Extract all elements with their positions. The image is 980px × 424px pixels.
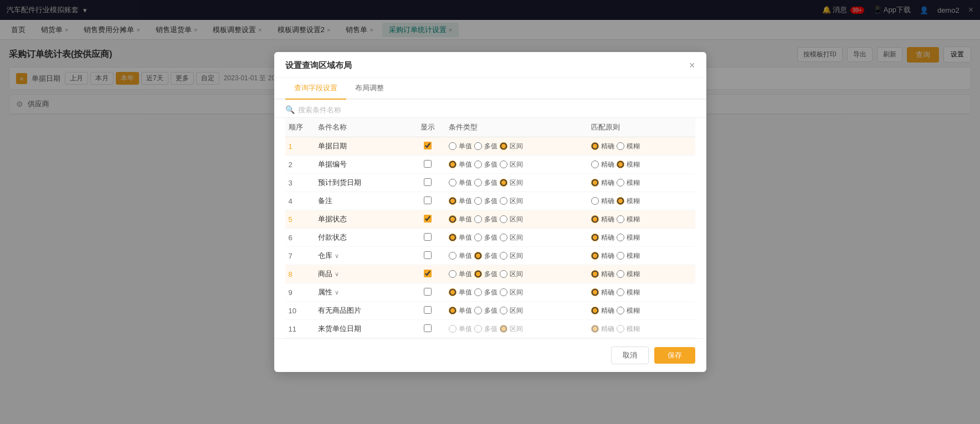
table-row: 2单据编号 单值 多值 区间 精确 模糊 xyxy=(285,156,695,174)
match-exact-radio[interactable] xyxy=(591,215,599,223)
type-range-radio[interactable] xyxy=(500,270,507,278)
match-fuzzy-radio[interactable] xyxy=(617,197,624,205)
order-number: 5 xyxy=(289,215,293,224)
type-range-radio[interactable] xyxy=(500,142,507,150)
show-checkbox[interactable] xyxy=(424,215,432,223)
type-multi-radio[interactable] xyxy=(474,234,482,241)
show-checkbox[interactable] xyxy=(424,288,432,296)
table-row: 8商品 ∨ 单值 多值 区间 精确 模糊 xyxy=(285,265,695,283)
type-range-label: 区间 xyxy=(510,215,523,224)
match-fuzzy-radio[interactable] xyxy=(617,307,624,314)
cell-show[interactable] xyxy=(410,156,445,174)
dialog-tab-field-settings[interactable]: 查询字段设置 xyxy=(285,77,346,100)
match-exact-radio[interactable] xyxy=(591,270,599,278)
save-btn[interactable]: 保存 xyxy=(654,347,695,364)
type-multi-radio[interactable] xyxy=(474,325,482,333)
type-range-radio[interactable] xyxy=(500,325,507,333)
dialog-body: 顺序 条件名称 显示 条件类型 匹配原则 1单据日期 单值 多值 xyxy=(274,118,706,338)
show-checkbox[interactable] xyxy=(424,270,432,277)
type-single-label: 单值 xyxy=(459,233,472,242)
cell-name: 单据编号 xyxy=(315,156,410,174)
match-exact-radio[interactable] xyxy=(591,179,599,187)
type-single-radio[interactable] xyxy=(449,234,456,241)
match-fuzzy-radio[interactable] xyxy=(617,179,624,187)
show-checkbox[interactable] xyxy=(424,251,432,259)
type-multi-radio[interactable] xyxy=(474,142,482,150)
match-fuzzy-radio[interactable] xyxy=(617,215,624,223)
type-range-label: 区间 xyxy=(510,233,523,242)
dialog-close-btn[interactable]: × xyxy=(689,60,695,71)
cell-name: 商品 ∨ xyxy=(315,265,410,283)
search-input[interactable] xyxy=(298,106,409,114)
match-exact-radio[interactable] xyxy=(591,325,599,333)
match-fuzzy-radio[interactable] xyxy=(617,142,624,150)
cell-show[interactable] xyxy=(410,283,445,302)
type-multi-radio[interactable] xyxy=(474,307,482,314)
type-range-radio[interactable] xyxy=(500,307,507,314)
type-radio-group: 单值 多值 区间 xyxy=(449,324,584,334)
cancel-btn[interactable]: 取消 xyxy=(611,347,649,364)
type-range-radio[interactable] xyxy=(500,197,507,205)
cell-show[interactable] xyxy=(410,265,445,283)
match-exact-radio[interactable] xyxy=(591,161,599,168)
match-fuzzy-label: 模糊 xyxy=(627,215,640,224)
type-range-radio[interactable] xyxy=(500,161,507,168)
type-single-radio[interactable] xyxy=(449,142,456,150)
match-fuzzy-radio[interactable] xyxy=(617,252,624,260)
match-fuzzy-radio[interactable] xyxy=(617,288,624,296)
type-single-radio[interactable] xyxy=(449,288,456,296)
match-fuzzy-radio[interactable] xyxy=(617,161,624,168)
type-range-radio[interactable] xyxy=(500,179,507,187)
match-exact-radio[interactable] xyxy=(591,252,599,260)
show-checkbox[interactable] xyxy=(424,233,432,241)
type-single-radio[interactable] xyxy=(449,197,456,205)
order-number: 9 xyxy=(289,288,293,297)
table-row: 10有无商品图片 单值 多值 区间 精确 模糊 xyxy=(285,302,695,320)
cell-show[interactable] xyxy=(410,247,445,265)
cell-match: 精确 模糊 xyxy=(588,302,695,320)
type-single-radio[interactable] xyxy=(449,307,456,314)
type-range-radio[interactable] xyxy=(500,234,507,241)
match-exact-radio[interactable] xyxy=(591,288,599,296)
type-multi-radio[interactable] xyxy=(474,252,482,260)
cell-show[interactable] xyxy=(410,192,445,210)
type-multi-radio[interactable] xyxy=(474,215,482,223)
type-multi-radio[interactable] xyxy=(474,161,482,168)
match-exact-radio[interactable] xyxy=(591,234,599,241)
match-exact-radio[interactable] xyxy=(591,307,599,314)
type-single-radio[interactable] xyxy=(449,270,456,278)
cell-show[interactable] xyxy=(410,320,445,338)
type-single-radio[interactable] xyxy=(449,325,456,333)
type-range-radio[interactable] xyxy=(500,252,507,260)
match-fuzzy-radio[interactable] xyxy=(617,270,624,278)
type-multi-radio[interactable] xyxy=(474,197,482,205)
match-fuzzy-radio[interactable] xyxy=(617,234,624,241)
show-checkbox[interactable] xyxy=(424,142,432,149)
match-fuzzy-radio[interactable] xyxy=(617,325,624,333)
show-checkbox[interactable] xyxy=(424,324,432,332)
cell-show[interactable] xyxy=(410,174,445,192)
type-single-radio[interactable] xyxy=(449,161,456,168)
show-checkbox[interactable] xyxy=(424,160,432,168)
cell-order: 9 xyxy=(285,283,315,302)
type-range-radio[interactable] xyxy=(500,215,507,223)
type-multi-radio[interactable] xyxy=(474,270,482,278)
type-range-label: 区间 xyxy=(510,324,523,334)
show-checkbox[interactable] xyxy=(424,306,432,314)
match-exact-radio[interactable] xyxy=(591,142,599,150)
type-single-radio[interactable] xyxy=(449,252,456,260)
match-exact-radio[interactable] xyxy=(591,197,599,205)
show-checkbox[interactable] xyxy=(424,178,432,186)
show-checkbox[interactable] xyxy=(424,197,432,204)
type-multi-radio[interactable] xyxy=(474,179,482,187)
dialog-tab-layout-adjust[interactable]: 布局调整 xyxy=(346,77,393,100)
cell-show[interactable] xyxy=(410,229,445,247)
type-range-radio[interactable] xyxy=(500,288,507,296)
type-multi-label: 多值 xyxy=(484,142,497,151)
type-multi-radio[interactable] xyxy=(474,288,482,296)
type-single-radio[interactable] xyxy=(449,215,456,223)
cell-show[interactable] xyxy=(410,137,445,156)
cell-show[interactable] xyxy=(410,302,445,320)
cell-show[interactable] xyxy=(410,210,445,229)
type-single-radio[interactable] xyxy=(449,179,456,187)
